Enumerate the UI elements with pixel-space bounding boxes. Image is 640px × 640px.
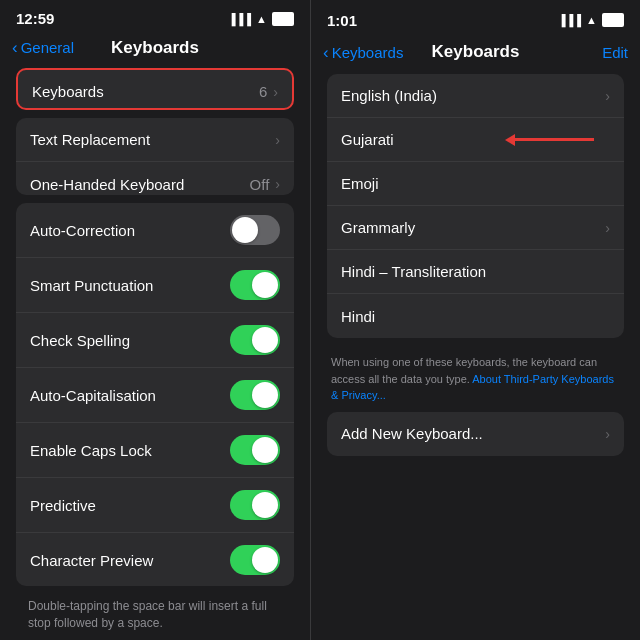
right-back-button[interactable]: ‹ Keyboards (323, 44, 403, 61)
right-nav-title: Keyboards (432, 42, 520, 62)
left-time: 12:59 (16, 10, 54, 27)
predictive-row[interactable]: Predictive (16, 478, 294, 533)
right-status-icons: ▐▐▐ ▲ 30 (558, 13, 624, 27)
right-panel: 1:01 ▐▐▐ ▲ 30 ‹ Keyboards Keyboards Edit… (310, 0, 640, 640)
left-nav-bar: ‹ General Keyboards (0, 31, 310, 67)
hindi-trans-label: Hindi – Transliteration (341, 263, 486, 280)
smart-punctuation-label: Smart Punctuation (30, 277, 153, 294)
keyboards-row-item[interactable]: Keyboards 6 › (18, 70, 292, 110)
caps-lock-label: Enable Caps Lock (30, 442, 152, 459)
right-footer-note: When using one of these keyboards, the k… (311, 346, 640, 412)
char-preview-toggle[interactable] (230, 545, 280, 575)
left-back-label[interactable]: General (21, 39, 74, 56)
hindi-label: Hindi (341, 308, 375, 325)
keyboards-count: 6 (259, 83, 267, 100)
add-keyboard-item[interactable]: Add New Keyboard... › (327, 412, 624, 456)
auto-cap-row[interactable]: Auto-Capitalisation (16, 368, 294, 423)
emoji-label: Emoji (341, 175, 379, 192)
english-india-label: English (India) (341, 87, 437, 104)
right-status-bar: 1:01 ▐▐▐ ▲ 30 (311, 0, 640, 34)
one-handed-chevron: › (275, 176, 280, 192)
text-replacement-row[interactable]: Text Replacement › (16, 118, 294, 162)
one-handed-value: Off (250, 176, 270, 193)
keyboards-highlighted-row[interactable]: Keyboards 6 › (16, 68, 294, 110)
left-back-button[interactable]: ‹ General (12, 39, 74, 56)
wifi-icon: ▲ (256, 13, 267, 25)
check-spelling-label: Check Spelling (30, 332, 130, 349)
auto-correction-toggle[interactable] (230, 215, 280, 245)
predictive-toggle[interactable] (230, 490, 280, 520)
one-handed-label: One-Handed Keyboard (30, 176, 184, 193)
right-signal-icon: ▐▐▐ (558, 14, 581, 26)
add-keyboard-chevron: › (605, 426, 610, 442)
grammarly-chevron: › (605, 220, 610, 236)
red-arrow-indicator (505, 134, 594, 146)
section-1-group: Text Replacement › One-Handed Keyboard O… (16, 118, 294, 195)
grammarly-label: Grammarly (341, 219, 415, 236)
right-wifi-icon: ▲ (586, 14, 597, 26)
keyboards-chevron-icon: › (273, 84, 278, 100)
toggle-knob (252, 272, 278, 298)
add-keyboard-group: Add New Keyboard... › (327, 412, 624, 456)
text-replacement-right: › (275, 132, 280, 148)
caps-lock-toggle[interactable] (230, 435, 280, 465)
one-handed-row[interactable]: One-Handed Keyboard Off › (16, 162, 294, 195)
text-replacement-chevron: › (275, 132, 280, 148)
right-back-label[interactable]: Keyboards (332, 44, 404, 61)
right-battery: 30 (602, 13, 624, 27)
text-replacement-label: Text Replacement (30, 131, 150, 148)
keyboard-item-grammarly[interactable]: Grammarly › (327, 206, 624, 250)
toggle-knob (252, 382, 278, 408)
signal-icon: ▐▐▐ (228, 13, 251, 25)
gujarati-label: Gujarati (341, 131, 394, 148)
add-keyboard-label: Add New Keyboard... (341, 425, 483, 442)
toggle-knob (252, 327, 278, 353)
smart-punctuation-row[interactable]: Smart Punctuation (16, 258, 294, 313)
left-chevron-icon: ‹ (12, 39, 18, 56)
arrow-line (514, 138, 594, 141)
toggle-knob (252, 492, 278, 518)
char-preview-row[interactable]: Character Preview (16, 533, 294, 586)
smart-punctuation-toggle[interactable] (230, 270, 280, 300)
keyboard-item-emoji[interactable]: Emoji (327, 162, 624, 206)
auto-correction-label: Auto-Correction (30, 222, 135, 239)
left-status-bar: 12:59 ▐▐▐ ▲ 30 (0, 0, 310, 31)
right-time: 1:01 (327, 12, 357, 29)
section-2-group: Auto-Correction Smart Punctuation Check … (16, 203, 294, 586)
keyboard-list-group: English (India) › Gujarati Emoji Grammar… (327, 74, 624, 338)
toggle-knob (252, 437, 278, 463)
toggle-knob (232, 217, 258, 243)
edit-button[interactable]: Edit (602, 44, 628, 61)
right-chevron-icon: ‹ (323, 44, 329, 61)
check-spelling-row[interactable]: Check Spelling (16, 313, 294, 368)
keyboard-item-hindi-trans[interactable]: Hindi – Transliteration (327, 250, 624, 294)
auto-cap-toggle[interactable] (230, 380, 280, 410)
one-handed-right: Off › (250, 176, 280, 193)
auto-correction-row[interactable]: Auto-Correction (16, 203, 294, 258)
keyboard-item-gujarati[interactable]: Gujarati (327, 118, 624, 162)
caps-lock-row[interactable]: Enable Caps Lock (16, 423, 294, 478)
left-nav-title: Keyboards (111, 38, 199, 58)
auto-cap-label: Auto-Capitalisation (30, 387, 156, 404)
check-spelling-toggle[interactable] (230, 325, 280, 355)
keyboards-row-right: 6 › (259, 83, 278, 100)
left-battery: 30 (272, 12, 294, 26)
left-status-icons: ▐▐▐ ▲ 30 (228, 12, 294, 26)
keyboard-item-english[interactable]: English (India) › (327, 74, 624, 118)
right-nav-bar: ‹ Keyboards Keyboards Edit (311, 34, 640, 74)
left-panel: 12:59 ▐▐▐ ▲ 30 ‹ General Keyboards Keybo… (0, 0, 310, 640)
keyboards-row-label: Keyboards (32, 83, 104, 100)
predictive-label: Predictive (30, 497, 96, 514)
toggle-knob (252, 547, 278, 573)
english-india-chevron: › (605, 88, 610, 104)
keyboard-item-hindi[interactable]: Hindi (327, 294, 624, 338)
char-preview-label: Character Preview (30, 552, 153, 569)
left-footer-text: Double-tapping the space bar will insert… (0, 594, 310, 640)
